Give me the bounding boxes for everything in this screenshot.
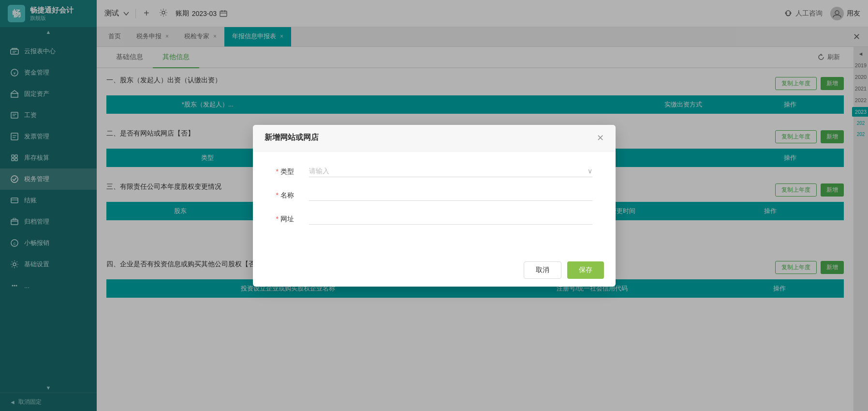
type-label: * 类型 <box>276 167 305 176</box>
form-field-name: * 名称 <box>276 191 592 201</box>
url-label: * 网址 <box>276 215 305 224</box>
url-required-mark: * <box>276 215 279 223</box>
modal-add-website: 新增网站或网店 ✕ * 类型 ∨ * 名称 <box>253 125 616 287</box>
modal-footer: 取消 保存 <box>253 254 616 287</box>
url-input-wrap <box>309 214 592 225</box>
modal-overlay: 新增网站或网店 ✕ * 类型 ∨ * 名称 <box>0 0 868 411</box>
modal-title: 新增网站或网店 <box>265 133 319 143</box>
name-required-mark: * <box>276 191 279 199</box>
url-input[interactable] <box>309 214 592 222</box>
name-label: * 名称 <box>276 191 305 200</box>
type-dropdown-icon[interactable]: ∨ <box>588 167 592 175</box>
type-input[interactable] <box>309 167 588 175</box>
modal-body: * 类型 ∨ * 名称 <box>253 152 616 254</box>
save-button[interactable]: 保存 <box>567 261 604 279</box>
form-field-url: * 网址 <box>276 214 592 225</box>
cancel-button[interactable]: 取消 <box>524 261 561 279</box>
name-input-wrap <box>309 191 592 201</box>
modal-close-button[interactable]: ✕ <box>597 133 604 143</box>
name-input[interactable] <box>309 191 592 198</box>
type-required-mark: * <box>276 167 279 175</box>
type-input-wrap: ∨ <box>309 167 592 177</box>
modal-header: 新增网站或网店 ✕ <box>253 125 616 152</box>
form-field-type: * 类型 ∨ <box>276 167 592 177</box>
